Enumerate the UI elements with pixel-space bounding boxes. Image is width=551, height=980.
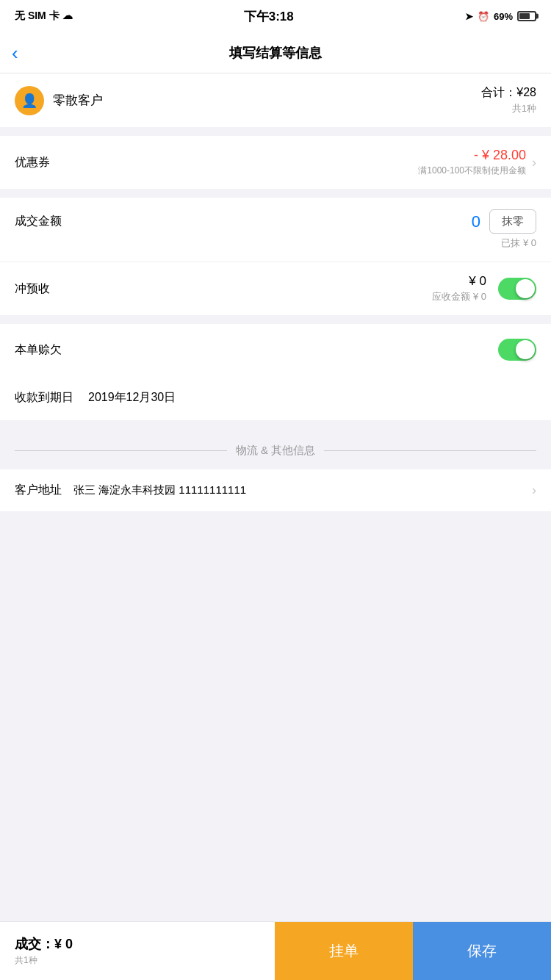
- coupon-value: - ¥ 28.00: [418, 148, 526, 163]
- debt-label: 本单赊欠: [15, 342, 62, 358]
- avatar-icon: 👤: [21, 93, 37, 109]
- location-icon: ➤: [465, 11, 473, 22]
- prepay-amount: ¥ 0: [432, 274, 486, 289]
- customer-row: 👤 零散客户 合计：¥28 共1种: [0, 73, 551, 127]
- bottom-info: 成交：¥ 0 共1种: [0, 935, 275, 967]
- bottom-count: 共1种: [15, 954, 260, 967]
- customer-name: 零散客户: [53, 92, 103, 109]
- customer-right: 合计：¥28 共1种: [481, 85, 536, 115]
- coupon-right: - ¥ 28.00 满1000-100不限制使用金额 ›: [418, 148, 536, 177]
- status-time: 下午3:18: [244, 8, 294, 25]
- address-value: 张三 海淀永丰科技园 11111111111: [73, 483, 532, 497]
- save-button[interactable]: 保存: [413, 922, 551, 981]
- amount-label: 成交金额: [15, 214, 62, 229]
- prepay-values: ¥ 0 应收金额 ¥ 0: [432, 274, 486, 303]
- prepay-receivable: 应收金额 ¥ 0: [432, 290, 486, 303]
- prepay-label: 冲预收: [15, 281, 50, 297]
- coupon-desc: 满1000-100不限制使用金额: [418, 165, 526, 177]
- round-button[interactable]: 抹零: [489, 209, 536, 234]
- no-sim-label: 无 SIM 卡 ☁: [15, 10, 73, 23]
- prepay-row: 冲预收 ¥ 0 应收金额 ¥ 0: [0, 262, 551, 315]
- address-row[interactable]: 客户地址 张三 海淀永丰科技园 11111111111 ›: [0, 469, 551, 511]
- prepay-toggle[interactable]: [498, 278, 536, 300]
- logistics-label: 物流 & 其他信息: [236, 444, 315, 458]
- bottom-deal-label: 成交：: [15, 937, 54, 951]
- date-value: 2019年12月30日: [88, 390, 176, 406]
- debt-row: 本单赊欠: [0, 324, 551, 375]
- nav-bar: ‹ 填写结算等信息: [0, 32, 551, 73]
- address-label: 客户地址: [15, 483, 62, 498]
- debt-toggle[interactable]: [498, 339, 536, 361]
- coupon-right-block: - ¥ 28.00 满1000-100不限制使用金额: [418, 148, 526, 177]
- prepay-right: ¥ 0 应收金额 ¥ 0: [432, 274, 536, 303]
- alarm-icon: ⏰: [478, 11, 489, 22]
- total-count: 共1种: [481, 102, 536, 115]
- bottom-bar: 成交：¥ 0 共1种 挂单 保存: [0, 921, 551, 980]
- chevron-right-icon: ›: [532, 155, 536, 170]
- logistics-header: 物流 & 其他信息: [0, 432, 551, 469]
- status-left: 无 SIM 卡 ☁: [15, 10, 73, 23]
- coupon-label: 优惠券: [15, 155, 50, 170]
- empty-space: [0, 511, 551, 658]
- coupon-row[interactable]: 优惠券 - ¥ 28.00 满1000-100不限制使用金额 ›: [0, 136, 551, 189]
- pending-button[interactable]: 挂单: [275, 922, 413, 981]
- total-amount: 合计：¥28: [481, 85, 536, 101]
- status-right: ➤ ⏰ 69%: [465, 11, 536, 22]
- address-chevron-icon: ›: [532, 483, 536, 498]
- deal-amount-row: 成交金额 0 抹零 已抹 ¥ 0: [0, 198, 551, 262]
- bottom-deal-value: ¥ 0: [54, 937, 73, 951]
- customer-left: 👤 零散客户: [15, 86, 103, 115]
- amount-value: 0: [472, 212, 480, 231]
- amount-right-block: 0 抹零: [472, 209, 536, 234]
- avatar: 👤: [15, 86, 44, 115]
- date-row: 收款到期日 2019年12月30日: [0, 375, 551, 420]
- battery-percent: 69%: [494, 11, 513, 22]
- date-label: 收款到期日: [15, 390, 73, 406]
- logistics-line-right: [324, 450, 536, 451]
- status-bar: 无 SIM 卡 ☁ 下午3:18 ➤ ⏰ 69%: [0, 0, 551, 32]
- address-right: ›: [532, 483, 536, 498]
- page-title: 填写结算等信息: [229, 44, 322, 62]
- bottom-deal-amount: 成交：¥ 0: [15, 935, 260, 953]
- amount-sub: 已抹 ¥ 0: [15, 237, 536, 250]
- back-button[interactable]: ‹: [12, 43, 18, 62]
- battery-icon: [517, 11, 536, 21]
- logistics-line-left: [15, 450, 227, 451]
- content: 👤 零散客户 合计：¥28 共1种 优惠券 - ¥ 28.00 满1000-10…: [0, 73, 551, 717]
- amount-row-top: 成交金额 0 抹零: [15, 209, 536, 234]
